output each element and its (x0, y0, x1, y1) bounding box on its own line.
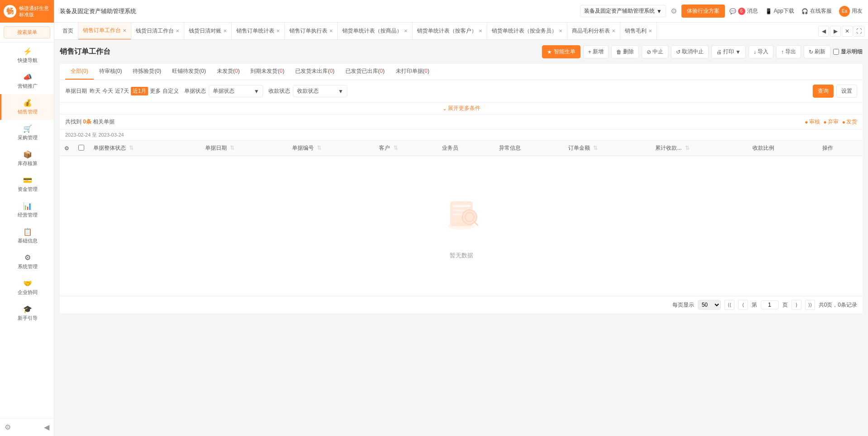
sidebar-item-purchase[interactable]: 🛒 采购管理 (0, 120, 54, 146)
date-opt-today[interactable]: 今天 (102, 87, 113, 95)
date-opt-yesterday[interactable]: 昨天 (90, 87, 101, 95)
tab-sales-margin[interactable]: 销售毛利 ✕ (620, 23, 657, 40)
last-page-button[interactable]: ⟩⟩ (805, 300, 815, 310)
refresh-button[interactable]: ↻ 刷新 (804, 45, 830, 58)
sidebar-collapse-icon[interactable]: ◀ (44, 423, 49, 431)
tab-sales-product[interactable]: 销货单统计表（按商品） ✕ (338, 23, 412, 40)
date-opt-custom[interactable]: 自定义 (163, 87, 179, 95)
tab-close-all-button[interactable]: ✕ (842, 26, 853, 37)
sidebar-item-quick-nav[interactable]: ⚡ 快捷导航 (0, 43, 54, 68)
tab-prev-button[interactable]: ◀ (818, 26, 829, 37)
search-menu-button[interactable]: 搜索菜单 (4, 26, 50, 38)
tab-daily-cash[interactable]: 钱货日清工作台 ✕ (131, 23, 184, 40)
subtab-unshipped[interactable]: 未发货(0) (211, 64, 245, 80)
tab-close-icon[interactable]: ✕ (648, 28, 652, 33)
date-opt-1month[interactable]: 近1月 (131, 87, 149, 95)
data-table: ⚙ 单据整体状态 ⇅ 单据日期 ⇅ 单据编号 (60, 141, 863, 156)
print-button[interactable]: 🖨 打印 ▼ (711, 45, 746, 58)
topbar-settings-icon[interactable]: ⚙ (671, 7, 677, 15)
sidebar-item-finance[interactable]: 💳 资金管理 (0, 171, 54, 197)
sidebar-item-system[interactable]: ⚙ 系统管理 (0, 249, 54, 275)
subtab-label: 旺铺待发货 (172, 68, 199, 74)
import-button[interactable]: ↓ 导入 (748, 45, 773, 58)
online-service[interactable]: 🎧 在线客服 (801, 7, 832, 15)
sidebar-item-management[interactable]: 📊 经营管理 (0, 197, 54, 223)
app-download[interactable]: 📱 App下载 (765, 7, 794, 15)
first-page-button[interactable]: ⟨⟨ (724, 300, 734, 310)
col-checkbox[interactable] (74, 141, 89, 156)
ship-button[interactable]: ● 发货 (842, 118, 857, 126)
query-button[interactable]: 查询 (813, 85, 834, 98)
tab-close-icon[interactable]: ✕ (612, 28, 615, 33)
subtab-unprinted[interactable]: 未打印单据(0) (390, 64, 435, 80)
user-area[interactable]: Ea 用友 (839, 6, 863, 17)
show-detail-toggle[interactable]: 显示明细 (833, 48, 863, 56)
subtab-all[interactable]: 全部(0) (65, 64, 94, 80)
sidebar-item-enterprise[interactable]: 🤝 企业协同 (0, 275, 54, 300)
date-opt-7days[interactable]: 近7天 (115, 87, 129, 95)
tab-close-icon[interactable]: ✕ (176, 28, 179, 33)
sidebar-item-guide[interactable]: 🎓 新手引导 (0, 300, 54, 326)
tab-close-icon[interactable]: ✕ (479, 28, 482, 33)
subtab-shipped-out[interactable]: 已发货已出库(0) (340, 64, 390, 80)
tab-sales-staff[interactable]: 销货单统计表（按业务员） ✕ (487, 23, 567, 40)
tab-daily-reconcile[interactable]: 钱货日清对账 ✕ (184, 23, 232, 40)
subtab-bar: 全部(0) 待审核(0) 待拣验货(0) 旺铺待发货(0) 未发货(0) 到期未… (60, 64, 863, 80)
sidebar-settings-icon[interactable]: ⚙ (5, 423, 11, 431)
subtab-wangpu[interactable]: 旺铺待发货(0) (167, 64, 211, 80)
prev-page-button[interactable]: ⟨ (738, 300, 748, 310)
payment-select[interactable]: 收款状态 ▼ (293, 85, 347, 97)
tab-label: 销售订单统计表 (236, 27, 274, 35)
page-size-select[interactable]: 50 100 200 (698, 300, 721, 310)
date-opt-more[interactable]: 更多 (150, 87, 161, 95)
tab-fullscreen-button[interactable]: ⛶ (854, 26, 864, 37)
sidebar-item-basic-info[interactable]: 📋 基础信息 (0, 223, 54, 249)
tab-sales-exec[interactable]: 销售订单执行表 ✕ (285, 23, 338, 40)
system-dropdown[interactable]: 装备及固定资产辅助管理系统 ▼ (580, 5, 666, 17)
sidebar-item-label: 企业协同 (18, 289, 38, 296)
tab-label: 销售毛利 (625, 27, 647, 35)
status-select[interactable]: 单据状态 ▼ (209, 85, 263, 97)
add-button[interactable]: + 新增 (583, 45, 609, 58)
tab-close-icon[interactable]: ✕ (559, 28, 562, 33)
cancel-review-button[interactable]: ● 弃审 (824, 118, 839, 126)
tab-next-button[interactable]: ▶ (830, 26, 841, 37)
sidebar-item-marketing[interactable]: 📣 营销推广 (0, 68, 54, 94)
stop-button[interactable]: ⊘ 中止 (642, 45, 668, 58)
show-detail-checkbox[interactable] (833, 49, 839, 55)
table-scroll[interactable]: ⚙ 单据整体状态 ⇅ 单据日期 ⇅ 单据编号 (60, 141, 863, 296)
tab-sales-stats[interactable]: 销售订单统计表 ✕ (232, 23, 285, 40)
smart-create-button[interactable]: ★ 智能生单 (542, 45, 580, 58)
subtab-pending-review[interactable]: 待审核(0) (94, 64, 128, 80)
export-button[interactable]: ↑ 导出 (776, 45, 801, 58)
col-cumulative: 累计收款... ⇅ (651, 141, 748, 156)
delete-button[interactable]: 🗑 删除 (611, 45, 639, 58)
message-area[interactable]: 💬 6 消息 (729, 7, 758, 15)
sidebar-search[interactable]: 搜索菜单 (0, 23, 54, 43)
sidebar-item-sales[interactable]: 💰 销售管理 (0, 94, 54, 120)
stop-icon: ⊘ (647, 49, 651, 55)
tab-sales-customer[interactable]: 销货单统计表（按客户） ✕ (412, 23, 487, 40)
review-button[interactable]: ● 审核 (805, 118, 820, 126)
sidebar-item-inventory[interactable]: 📦 库存核算 (0, 146, 54, 171)
tab-close-icon[interactable]: ✕ (276, 28, 280, 33)
subtab-overdue-unshipped[interactable]: 到期未发货(0) (245, 64, 290, 80)
tab-gross-profit[interactable]: 商品毛利分析表 ✕ (567, 23, 620, 40)
management-icon: 📊 (23, 202, 32, 210)
tab-close-icon[interactable]: ✕ (223, 28, 227, 33)
cancel-stop-button[interactable]: ↺ 取消中止 (671, 45, 709, 58)
tab-close-icon[interactable]: ✕ (123, 28, 126, 33)
col-settings[interactable]: ⚙ (60, 141, 74, 156)
tab-close-icon[interactable]: ✕ (329, 28, 333, 33)
subtab-pending-pick[interactable]: 待拣验货(0) (127, 64, 167, 80)
next-page-button[interactable]: ⟩ (791, 300, 801, 310)
select-all-checkbox[interactable] (78, 145, 84, 151)
page-number-input[interactable] (761, 300, 779, 309)
tab-sales-order[interactable]: 销售订单工作台 ✕ (78, 23, 131, 40)
tab-close-icon[interactable]: ✕ (404, 28, 408, 33)
subtab-shipped-not-out[interactable]: 已发货未出库(0) (290, 64, 340, 80)
expand-filter-button[interactable]: ⌄ 展开更多条件 (442, 104, 480, 112)
solution-button[interactable]: 体验行业方案 (681, 5, 725, 18)
tab-home[interactable]: 首页 (58, 23, 78, 40)
settings-button[interactable]: 设置 (836, 85, 857, 98)
